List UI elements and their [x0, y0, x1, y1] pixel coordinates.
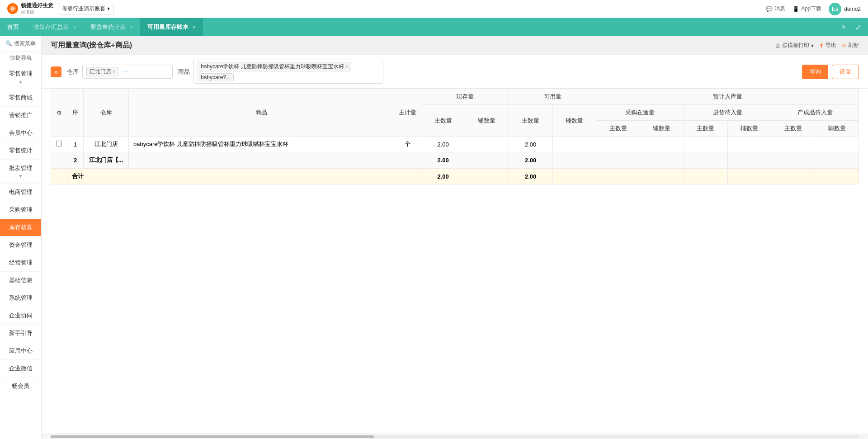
- nav-tabs-bar-right: × ⤢: [837, 21, 868, 33]
- sidebar-item-marketing[interactable]: 营销推广: [0, 107, 41, 124]
- tab-order-stats-label: 要货单统计表: [90, 23, 126, 31]
- sidebar-item-new-guide[interactable]: 新手引导: [0, 325, 41, 342]
- row-1-current-main: 2.00: [421, 137, 465, 152]
- page-header-actions: 🖨 按模板打印 ▾ ⬆ 导出 ↻ 刷新: [775, 42, 859, 49]
- logo-text: 畅捷通好生意: [21, 2, 53, 9]
- col-header-avail-main: 主数量: [509, 105, 552, 137]
- footer-purchase-aux: [640, 168, 684, 184]
- sidebar-item-purchase-mgmt[interactable]: 采购管理: [0, 201, 41, 219]
- col-header-incoming: 进货待入量: [684, 105, 771, 121]
- filter-warehouse-dots[interactable]: ···: [122, 68, 128, 76]
- template-print-btn[interactable]: 🖨 按模板打印 ▾: [775, 42, 814, 49]
- sidebar-quick-nav[interactable]: 快捷导航: [0, 52, 41, 65]
- filter-product-tag-1-text: babycare?...: [201, 74, 231, 80]
- avatar-text: Ea: [832, 6, 839, 12]
- footer-incoming-main: [684, 168, 727, 184]
- col-header-purchase-transit: 采购在途量: [596, 105, 684, 121]
- col-header-production: 产成品待入量: [771, 105, 859, 121]
- filter-product-tag-area[interactable]: babycare学饮杯 儿童防摔防撞吸管杯重力球吸嘴杯宝宝水杯 × babyca…: [193, 60, 383, 84]
- sidebar-item-member-center[interactable]: 会员中心: [0, 124, 41, 142]
- query-btn[interactable]: 查询: [802, 65, 828, 79]
- sidebar-item-ecommerce[interactable]: 电商管理: [0, 184, 41, 201]
- tab-receive-summary[interactable]: 收发存汇总表 ×: [26, 18, 83, 36]
- sidebar-item-marketing-label: 营销推广: [9, 111, 33, 119]
- sidebar-item-member-center-label: 会员中心: [9, 129, 33, 137]
- app-download-btn[interactable]: 📱 App下载: [793, 5, 821, 13]
- col-header-current-aux: 辅数量: [465, 105, 509, 137]
- sidebar-item-new-guide-label: 新手引导: [9, 329, 33, 337]
- tab-available-stock-close[interactable]: ×: [193, 25, 196, 30]
- sidebar-item-retail-mgmt-label: 零售管理: [9, 70, 33, 78]
- sidebar-item-wholesale-mgmt[interactable]: 批发管理 ▼: [0, 160, 41, 184]
- tab-available-stock[interactable]: 可用量库存账本 ×: [140, 18, 203, 36]
- user-area[interactable]: Ea demo2: [829, 3, 861, 15]
- refresh-btn[interactable]: ↻ 刷新: [842, 42, 859, 49]
- message-btn[interactable]: 💬 消息: [766, 5, 785, 13]
- sidebar-item-retail-stats[interactable]: 零售统计: [0, 142, 41, 160]
- row-2-checkbox[interactable]: [51, 152, 67, 169]
- scroll-thumb[interactable]: [51, 435, 374, 438]
- sidebar-item-ops-mgmt[interactable]: 经营管理: [0, 254, 41, 272]
- message-icon: 💬: [766, 6, 773, 12]
- row-1-checkbox[interactable]: [51, 137, 67, 152]
- footer-purchase-main: [596, 168, 640, 184]
- table-header-row-1: ⚙ 序 仓库 商品 主计量 现存量 可用量 预计入库量: [51, 89, 859, 105]
- filter-area: » 仓库 江北门店 × ··· 商品 babycare学饮杯 儿童防摔防撞吸管杯…: [42, 55, 868, 89]
- close-all-btn[interactable]: ×: [837, 21, 850, 33]
- expand-btn[interactable]: ⤢: [852, 21, 864, 33]
- tab-order-stats-close[interactable]: ×: [130, 25, 133, 30]
- sidebar-item-app-center-label: 应用中心: [9, 347, 33, 355]
- page-header: 可用量查询(按仓库+商品) 🖨 按模板打印 ▾ ⬆ 导出 ↻ 刷新: [42, 36, 868, 55]
- checkbox-1[interactable]: [56, 141, 62, 146]
- table-area: ⚙ 序 仓库 商品 主计量 现存量 可用量 预计入库量 主数量 辅数量: [42, 89, 868, 434]
- tab-receive-summary-close[interactable]: ×: [73, 25, 76, 30]
- sidebar-item-retail-mall[interactable]: 零售商城: [0, 89, 41, 107]
- col-header-product: 商品: [129, 89, 394, 137]
- search-icon: 🔍: [5, 40, 12, 47]
- print-dropdown-icon: ▾: [811, 42, 814, 49]
- chevron-down-icon: ▾: [107, 5, 110, 12]
- sidebar-item-retail-mgmt[interactable]: 零售管理 ▲: [0, 65, 41, 89]
- sidebar: 🔍 搜索菜单 快捷导航 零售管理 ▲ 零售商城 营销推广 会员中心 零售统计 批…: [0, 36, 42, 439]
- org-selector[interactable]: 母婴行业演示账套 ▾: [58, 3, 114, 15]
- sidebar-item-app-center[interactable]: 应用中心: [0, 342, 41, 360]
- template-print-label: 按模板打印: [782, 42, 809, 49]
- settings-btn[interactable]: 设置: [832, 65, 859, 79]
- filter-warehouse-tag-0-remove[interactable]: ×: [113, 69, 115, 74]
- filter-warehouse-group: 仓库 江北门店 × ···: [67, 65, 173, 79]
- scroll-track[interactable]: [51, 435, 859, 438]
- logo-area: ✿ 畅捷通好生意 标准版: [7, 2, 53, 15]
- sidebar-item-finance[interactable]: 资金管理: [0, 236, 41, 254]
- sidebar-item-enterprise[interactable]: 企业协同: [0, 307, 41, 325]
- refresh-label: 刷新: [848, 42, 859, 49]
- col-header-index: 序: [67, 89, 84, 137]
- export-btn[interactable]: ⬆ 导出: [819, 42, 836, 49]
- sidebar-search[interactable]: 🔍 搜索菜单: [0, 36, 41, 52]
- data-table: ⚙ 序 仓库 商品 主计量 现存量 可用量 预计入库量 主数量 辅数量: [51, 89, 859, 184]
- filter-product-tag-1[interactable]: babycare?...: [198, 73, 234, 81]
- sidebar-item-inventory[interactable]: 库存核算: [0, 219, 41, 236]
- footer-avail-aux: [552, 168, 596, 184]
- tab-home[interactable]: 首页: [0, 18, 26, 36]
- filter-product-tag-0-remove[interactable]: ×: [345, 64, 348, 69]
- col-header-warehouse: 仓库: [84, 89, 129, 137]
- row-2-avail-main: 2.00: [509, 152, 552, 169]
- col-header-avail-aux: 辅数量: [552, 105, 596, 137]
- sidebar-item-sys-mgmt[interactable]: 系统管理: [0, 289, 41, 307]
- filter-product-tag-0[interactable]: babycare学饮杯 儿童防摔防撞吸管杯重力球吸嘴杯宝宝水杯 ×: [198, 62, 351, 71]
- sidebar-item-basic-info[interactable]: 基础信息: [0, 272, 41, 289]
- tab-order-stats[interactable]: 要货单统计表 ×: [83, 18, 140, 36]
- sidebar-item-member[interactable]: 畅会员: [0, 378, 41, 395]
- filter-warehouse-tag-area[interactable]: 江北门店 × ···: [82, 65, 173, 79]
- sidebar-item-wechat-work[interactable]: 企业微信: [0, 360, 41, 378]
- row-2-production-aux: [815, 152, 859, 169]
- sidebar-item-finance-label: 资金管理: [9, 241, 33, 249]
- settings-col-header[interactable]: ⚙: [51, 89, 67, 137]
- print-icon: 🖨: [775, 42, 780, 49]
- row-1-production-aux: [815, 137, 859, 152]
- filter-warehouse-tag-0[interactable]: 江北门店 ×: [86, 67, 118, 76]
- user-name: demo2: [844, 6, 861, 12]
- row-2-incoming-aux: [727, 152, 771, 169]
- filter-expand-btn[interactable]: »: [51, 66, 61, 77]
- tab-home-label: 首页: [7, 23, 19, 31]
